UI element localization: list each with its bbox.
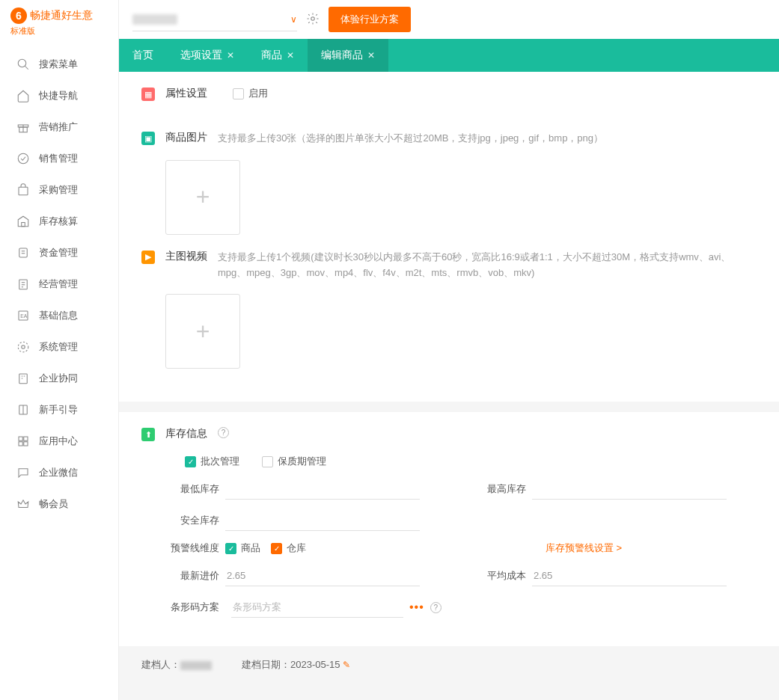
nav-label: 销售管理 — [39, 152, 78, 165]
edit-icon[interactable]: ✎ — [343, 660, 350, 670]
svg-point-18 — [18, 342, 28, 352]
min-stock-input[interactable] — [225, 479, 420, 500]
nav-label: 快捷导航 — [39, 89, 78, 102]
help-icon[interactable]: ? — [218, 427, 229, 438]
nav-finance[interactable]: 资金管理 — [0, 237, 118, 268]
brand-name: 畅捷通好生意 — [30, 9, 93, 22]
nav-search[interactable]: 搜索菜单 — [0, 49, 118, 80]
nav-label: 搜索菜单 — [39, 58, 78, 71]
checkbox-label: 保质期管理 — [278, 455, 326, 468]
section-video: ▶ 主图视频 支持最多上传1个视频(建议时长30秒以内最多不高于60秒，宽高比1… — [141, 250, 757, 281]
section-title: 属性设置 — [165, 87, 207, 100]
nav-quicknav[interactable]: 快捷导航 — [0, 80, 118, 111]
checkbox-label: 启用 — [248, 87, 268, 100]
svg-rect-7 — [22, 223, 25, 227]
more-icon[interactable]: ••• — [409, 601, 424, 614]
latest-price-label: 最新进价 — [165, 569, 219, 583]
crown-icon — [16, 497, 30, 511]
max-stock-input[interactable] — [532, 479, 727, 500]
barcode-label: 条形码方案 — [165, 601, 219, 614]
nav-appcenter[interactable]: 应用中心 — [0, 426, 118, 457]
batch-checkbox[interactable]: ✓ 批次管理 — [185, 455, 239, 468]
search-icon — [16, 58, 30, 71]
brand-edition: 标准版 — [10, 25, 108, 37]
section-images: ▣ 商品图片 支持最多上传30张（选择的图片单张大小不超过20MB，支持jpg，… — [141, 131, 757, 147]
alert-settings-link[interactable]: 库存预警线设置 > — [546, 541, 622, 555]
svg-point-29 — [311, 16, 315, 20]
shelflife-checkbox[interactable]: 保质期管理 — [262, 455, 326, 468]
checkbox-box: ✓ — [185, 456, 196, 467]
close-icon[interactable]: ✕ — [227, 50, 234, 61]
cta-button[interactable]: 体验行业方案 — [329, 7, 411, 32]
nav-marketing[interactable]: 营销推广 — [0, 111, 118, 143]
bag-icon — [16, 183, 30, 197]
checkbox-label: 仓库 — [287, 541, 306, 555]
nav-sales[interactable]: 销售管理 — [0, 143, 118, 174]
nav-label: 新手引导 — [39, 403, 78, 417]
nav-wechat[interactable]: 企业微信 — [0, 457, 118, 488]
tab-options[interactable]: 选项设置✕ — [167, 39, 248, 72]
nav-basic[interactable]: EA基础信息 — [0, 300, 118, 331]
svg-point-0 — [18, 59, 26, 67]
checkbox-label: 批次管理 — [201, 455, 239, 468]
settings-button[interactable] — [306, 12, 320, 28]
tab-products[interactable]: 商品✕ — [248, 39, 308, 72]
tab-bar: 首页 选项设置✕ 商品✕ 编辑商品✕ — [119, 39, 779, 72]
enable-checkbox[interactable]: 启用 — [233, 87, 268, 100]
tab-home[interactable]: 首页 — [119, 39, 167, 72]
nav-member[interactable]: 畅会员 — [0, 488, 118, 520]
svg-rect-6 — [19, 187, 28, 195]
money-icon — [16, 246, 30, 260]
alert-warehouse-checkbox[interactable]: ✓ 仓库 — [271, 541, 306, 555]
tab-label: 商品 — [261, 49, 282, 62]
nav-system[interactable]: 系统管理 — [0, 331, 118, 363]
nav-inventory[interactable]: 库存核算 — [0, 206, 118, 237]
latest-price-input[interactable] — [225, 565, 420, 586]
brand-logo: 6 畅捷通好生意 标准版 — [0, 0, 118, 41]
safe-stock-input[interactable] — [225, 510, 420, 531]
section-hint: 支持最多上传1个视频(建议时长30秒以内最多不高于60秒，宽高比16:9或者1:… — [218, 250, 757, 281]
clipboard-icon — [16, 277, 30, 291]
barcode-input[interactable] — [231, 597, 403, 618]
nav-label: 采购管理 — [39, 183, 78, 197]
settings-icon — [16, 340, 30, 354]
checkbox-box: ✓ — [271, 543, 282, 554]
svg-line-1 — [25, 66, 28, 70]
nav-enterprise[interactable]: 企业协同 — [0, 363, 118, 394]
help-icon[interactable]: ? — [430, 602, 442, 613]
image-upload-button[interactable]: + — [165, 160, 240, 235]
chevron-down-icon: ∨ — [290, 14, 297, 25]
apps-icon — [16, 435, 30, 448]
tab-label: 选项设置 — [180, 49, 222, 62]
svg-rect-25 — [19, 437, 22, 440]
section-attributes: ▦ 属性设置 启用 — [141, 87, 757, 101]
building-icon — [16, 372, 30, 385]
nav-label: 基础信息 — [39, 309, 78, 322]
cart-icon — [16, 152, 30, 165]
section-stock: ⬆ 库存信息 ? — [141, 427, 757, 441]
close-icon[interactable]: ✕ — [367, 50, 375, 61]
content-scroll[interactable]: ▦ 属性设置 启用 ▣ 商品图片 支持最多上传30张（选择的图片单张大小不超过2… — [119, 72, 779, 700]
alert-product-checkbox[interactable]: ✓ 商品 — [225, 541, 260, 555]
org-selector[interactable]: ∨ — [132, 7, 297, 31]
checkbox-label: 商品 — [241, 541, 260, 555]
nav-label: 企业微信 — [39, 466, 78, 479]
tab-edit-product[interactable]: 编辑商品✕ — [308, 39, 388, 72]
nav-purchase[interactable]: 采购管理 — [0, 174, 118, 206]
chat-icon — [16, 466, 30, 479]
checkbox-box — [262, 456, 273, 467]
video-upload-button[interactable]: + — [165, 294, 240, 369]
nav-guide[interactable]: 新手引导 — [0, 394, 118, 426]
checkbox-box — [233, 88, 244, 99]
nav-operation[interactable]: 经营管理 — [0, 268, 118, 300]
creator-name-blurred — [180, 661, 212, 670]
nav-label: 经营管理 — [39, 277, 78, 291]
close-icon[interactable]: ✕ — [287, 50, 294, 61]
document-icon: EA — [16, 309, 30, 322]
checkbox-box: ✓ — [225, 543, 236, 554]
gift-icon — [16, 120, 30, 134]
svg-text:EA: EA — [20, 313, 28, 319]
avg-cost-input[interactable] — [532, 565, 727, 586]
section-hint: 支持最多上传30张（选择的图片单张大小不超过20MB，支持jpg，jpeg，gi… — [218, 131, 603, 147]
section-title: 库存信息 — [165, 427, 207, 440]
